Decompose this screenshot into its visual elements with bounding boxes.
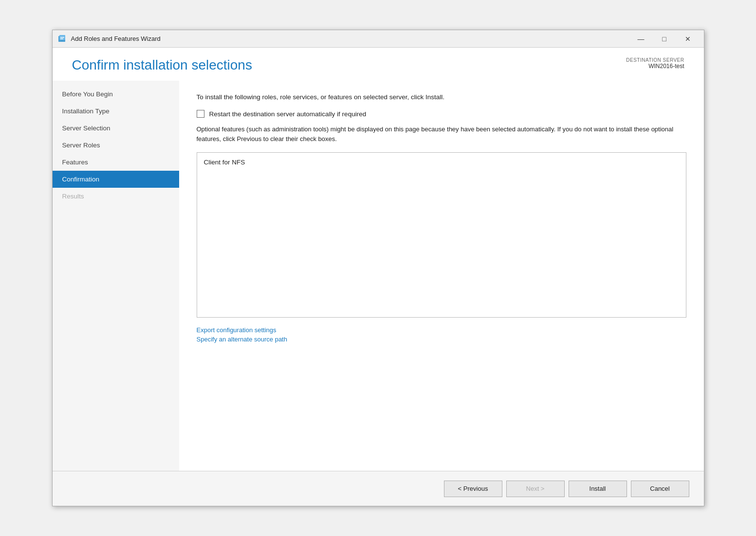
install-button[interactable]: Install	[569, 481, 627, 497]
sidebar-item-confirmation[interactable]: Confirmation	[53, 171, 179, 188]
minimize-button[interactable]: —	[630, 32, 652, 46]
cancel-button[interactable]: Cancel	[631, 481, 689, 497]
page-title: Confirm installation selections	[72, 57, 252, 73]
sidebar-item-before-you-begin[interactable]: Before You Begin	[53, 86, 179, 103]
destination-name: WIN2016-test	[626, 63, 684, 70]
sidebar-item-features[interactable]: Features	[53, 154, 179, 171]
titlebar-title: Add Roles and Features Wizard	[71, 35, 630, 42]
export-config-link[interactable]: Export configuration settings	[197, 326, 686, 334]
sidebar: Before You BeginInstallation TypeServer …	[53, 81, 179, 471]
footer: < Previous Next > Install Cancel	[53, 471, 704, 506]
restart-checkbox-label: Restart the destination server automatic…	[209, 110, 367, 118]
destination-server: DESTINATION SERVER WIN2016-test	[626, 57, 684, 70]
content-area: Before You BeginInstallation TypeServer …	[53, 81, 704, 471]
sidebar-item-server-selection[interactable]: Server Selection	[53, 120, 179, 137]
sidebar-item-server-roles[interactable]: Server Roles	[53, 137, 179, 154]
wizard-window: Add Roles and Features Wizard — □ ✕ Conf…	[52, 30, 704, 506]
features-box: Client for NFS	[197, 152, 686, 318]
alternate-source-link[interactable]: Specify an alternate source path	[197, 336, 686, 343]
sidebar-item-results: Results	[53, 188, 179, 205]
next-button[interactable]: Next >	[506, 481, 565, 497]
sidebar-item-installation-type[interactable]: Installation Type	[53, 103, 179, 120]
restart-checkbox-row: Restart the destination server automatic…	[197, 110, 686, 118]
titlebar-controls: — □ ✕	[630, 32, 699, 46]
intro-text: To install the following roles, role ser…	[197, 92, 686, 102]
svg-rect-2	[60, 37, 64, 38]
destination-label: DESTINATION SERVER	[626, 57, 684, 63]
optional-text: Optional features (such as administratio…	[197, 125, 686, 144]
maximize-button[interactable]: □	[653, 32, 676, 46]
links-area: Export configuration settings Specify an…	[197, 326, 686, 343]
previous-button[interactable]: < Previous	[444, 481, 502, 497]
titlebar-icon	[57, 34, 67, 44]
feature-item-nfs: Client for NFS	[204, 159, 679, 166]
restart-checkbox[interactable]	[197, 110, 204, 118]
svg-rect-3	[60, 38, 63, 39]
close-button[interactable]: ✕	[677, 32, 699, 46]
header-area: Confirm installation selections DESTINAT…	[53, 48, 704, 81]
main-content: To install the following roles, role ser…	[179, 81, 704, 471]
titlebar: Add Roles and Features Wizard — □ ✕	[53, 30, 704, 48]
